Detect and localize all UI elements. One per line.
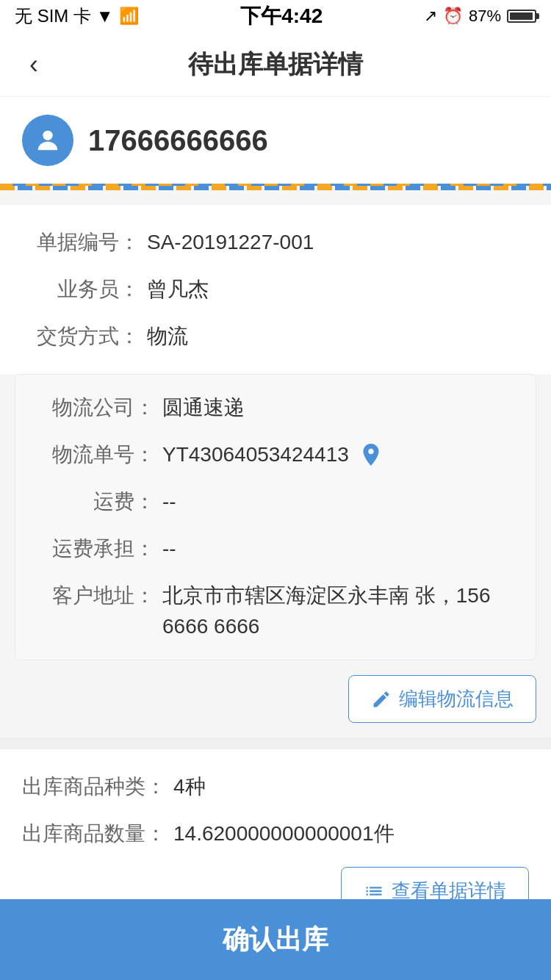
list-icon	[364, 881, 384, 901]
sales-person-label: 业务员：	[22, 274, 140, 305]
nav-bar: ‹ 待出库单据详情	[0, 32, 551, 97]
edit-logistics-label: 编辑物流信息	[399, 686, 514, 712]
confirm-outbound-label: 确认出库	[223, 922, 328, 958]
order-no-label: 单据编号：	[22, 227, 140, 258]
freight-bearer-value: --	[162, 533, 514, 564]
edit-logistics-button[interactable]: 编辑物流信息	[348, 675, 536, 723]
tracking-no-value: YT43064053424413	[162, 439, 514, 470]
logistics-company-value: 圆通速递	[162, 392, 514, 423]
address-row: 客户地址： 北京市市辖区海淀区永丰南 张，156 6666 6666	[37, 580, 514, 642]
order-info-section: 单据编号： SA-20191227-001 业务员： 曾凡杰 交货方式： 物流	[0, 205, 551, 374]
delivery-method-label: 交货方式：	[22, 321, 140, 352]
goods-quantity-row: 出库商品数量： 14.620000000000001件	[22, 818, 529, 849]
goods-quantity-value: 14.620000000000001件	[173, 818, 529, 849]
status-right: ↗ ⏰ 87%	[424, 7, 536, 26]
dashed-divider	[0, 186, 551, 190]
content-area: 17666666666 单据编号： SA-20191227-001 业务员： 曾…	[0, 97, 551, 980]
battery-percent: 87%	[469, 7, 501, 26]
order-no-row: 单据编号： SA-20191227-001	[22, 227, 529, 258]
sales-person-value: 曾凡杰	[147, 274, 529, 305]
freight-value: --	[162, 486, 514, 517]
freight-row: 运费： --	[37, 486, 514, 517]
wifi-icon: 📶	[119, 7, 139, 26]
avatar	[22, 115, 73, 166]
arrow-icon: ↗	[424, 7, 437, 26]
status-left: 无 SIM 卡 ▼ 📶	[15, 4, 139, 28]
battery-icon	[507, 10, 536, 23]
goods-type-label: 出库商品种类：	[22, 771, 166, 802]
alarm-icon: ⏰	[443, 7, 463, 26]
svg-point-0	[43, 131, 52, 140]
logistics-company-label: 物流公司：	[37, 392, 155, 423]
goods-type-value: 4种	[173, 771, 529, 802]
delivery-method-value: 物流	[147, 321, 529, 352]
logistics-card: 物流公司： 圆通速递 物流单号： YT43064053424413 运费： --…	[15, 374, 536, 660]
tracking-no-label: 物流单号：	[37, 439, 155, 470]
confirm-outbound-button[interactable]: 确认出库	[0, 899, 551, 980]
order-no-value: SA-20191227-001	[147, 227, 529, 258]
freight-label: 运费：	[37, 486, 155, 517]
status-time: 下午4:42	[240, 2, 323, 30]
goods-quantity-label: 出库商品数量：	[22, 818, 166, 849]
back-button[interactable]: ‹	[22, 42, 46, 87]
customer-phone: 17666666666	[88, 124, 268, 157]
status-bar: 无 SIM 卡 ▼ 📶 下午4:42 ↗ ⏰ 87%	[0, 0, 551, 32]
tracking-no-row: 物流单号： YT43064053424413	[37, 439, 514, 470]
person-icon	[33, 126, 62, 155]
freight-bearer-label: 运费承担：	[37, 533, 155, 564]
address-label: 客户地址：	[37, 580, 155, 642]
edit-icon	[371, 689, 392, 710]
section-separator	[0, 738, 551, 749]
logistics-company-row: 物流公司： 圆通速递	[37, 392, 514, 423]
delivery-method-row: 交货方式： 物流	[22, 321, 529, 352]
address-value: 北京市市辖区海淀区永丰南 张，156 6666 6666	[162, 580, 514, 642]
goods-type-row: 出库商品种类： 4种	[22, 771, 529, 802]
customer-header: 17666666666	[0, 97, 551, 186]
edit-btn-row: 编辑物流信息	[0, 675, 551, 723]
sales-person-row: 业务员： 曾凡杰	[22, 274, 529, 305]
sim-label: 无 SIM 卡 ▼	[15, 4, 113, 28]
page-title: 待出库单据详情	[188, 48, 363, 82]
freight-bearer-row: 运费承担： --	[37, 533, 514, 564]
location-pin-icon[interactable]	[358, 442, 384, 468]
